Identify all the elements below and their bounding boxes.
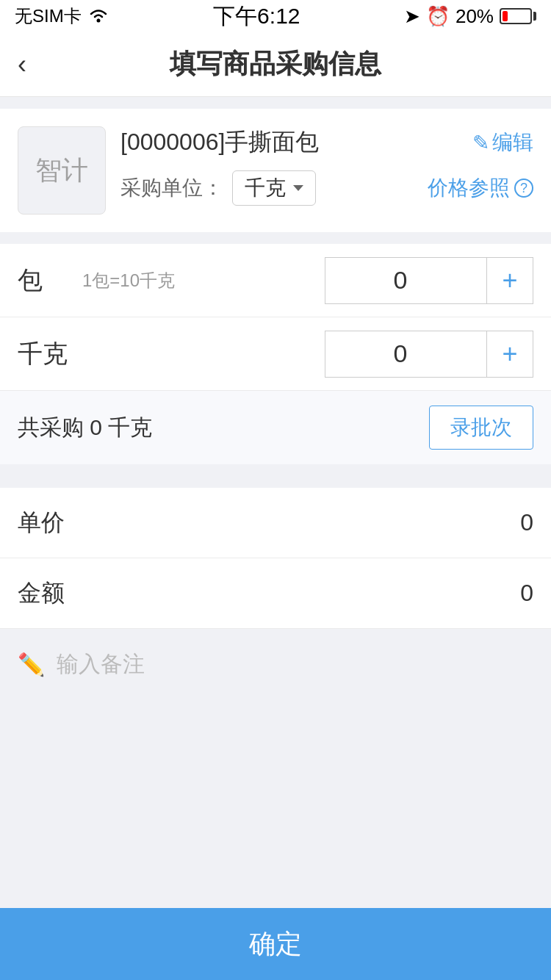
- kg-quantity-input[interactable]: [325, 331, 486, 378]
- kg-input-row: 千克 +: [0, 317, 551, 391]
- total-unit: 千克: [108, 415, 152, 439]
- location-icon: ➤: [404, 5, 420, 28]
- battery-percent: 20%: [455, 5, 494, 28]
- info-icon: ?: [514, 179, 533, 198]
- amount-row: 金额 0: [0, 558, 551, 629]
- edit-pencil-icon: ✎: [472, 131, 489, 155]
- price-section: 单价 0 金额 0: [0, 488, 551, 629]
- edit-label: 编辑: [492, 129, 533, 156]
- status-bar-right: ➤ ⏰ 20%: [404, 5, 536, 28]
- product-section: 智计 [0000006]手撕面包 ✎ 编辑 采购单位： 千克: [0, 109, 551, 232]
- empty-space: [0, 699, 551, 920]
- pencil-icon: ✏️: [18, 652, 45, 677]
- back-button[interactable]: ‹: [18, 49, 26, 80]
- chevron-down-icon: [293, 185, 303, 191]
- batch-button[interactable]: 录批次: [429, 406, 533, 450]
- bag-plus-button[interactable]: +: [486, 257, 533, 304]
- price-ref-button[interactable]: 价格参照 ?: [428, 174, 533, 202]
- unit-price-label: 单价: [18, 507, 65, 539]
- total-row: 共采购 0 千克 录批次: [0, 391, 551, 464]
- note-placeholder: 输入备注: [57, 649, 145, 680]
- bag-quantity-input[interactable]: [325, 257, 486, 304]
- unit-select[interactable]: 千克: [232, 170, 316, 206]
- product-logo: 智计: [35, 157, 88, 184]
- section-divider-1: [0, 232, 551, 244]
- nav-bar: ‹ 填写商品采购信息: [0, 32, 551, 97]
- amount-label: 金额: [18, 577, 65, 610]
- page-title: 填写商品采购信息: [170, 46, 381, 82]
- status-time: 下午6:12: [213, 1, 300, 32]
- note-section[interactable]: ✏️ 输入备注: [0, 629, 551, 699]
- edit-button[interactable]: ✎ 编辑: [472, 129, 533, 156]
- status-bar: 无SIM卡 下午6:12 ➤ ⏰ 20%: [0, 0, 551, 32]
- unit-price-row: 单价 0: [0, 488, 551, 558]
- bag-label: 包: [18, 264, 76, 298]
- alarm-icon: ⏰: [426, 5, 450, 28]
- status-bar-left: 无SIM卡: [15, 4, 109, 28]
- confirm-button[interactable]: 确定: [0, 908, 551, 980]
- unit-price-value: 0: [520, 509, 533, 536]
- price-ref-label: 价格参照: [428, 174, 510, 202]
- total-label: 共采购 0 千克: [18, 413, 152, 443]
- amount-value: 0: [520, 580, 533, 607]
- svg-point-0: [96, 18, 100, 22]
- product-image: 智计: [18, 126, 106, 215]
- battery-icon: [500, 8, 536, 24]
- product-name: [0000006]手撕面包: [120, 126, 319, 159]
- unit-label: 采购单位：: [120, 174, 223, 202]
- input-section: 包 1包=10千克 + 千克 +: [0, 244, 551, 391]
- bag-sublabel: 1包=10千克: [82, 269, 175, 292]
- product-info: [0000006]手撕面包 ✎ 编辑 采购单位： 千克 价格参照 ?: [120, 126, 533, 206]
- unit-value: 千克: [245, 174, 286, 202]
- wifi-icon: [87, 5, 109, 28]
- sim-label: 无SIM卡: [15, 4, 82, 28]
- kg-label: 千克: [18, 337, 76, 371]
- bag-input-row: 包 1包=10千克 +: [0, 244, 551, 317]
- total-value: 0: [90, 415, 102, 439]
- section-divider-2: [0, 464, 551, 476]
- kg-plus-button[interactable]: +: [486, 331, 533, 378]
